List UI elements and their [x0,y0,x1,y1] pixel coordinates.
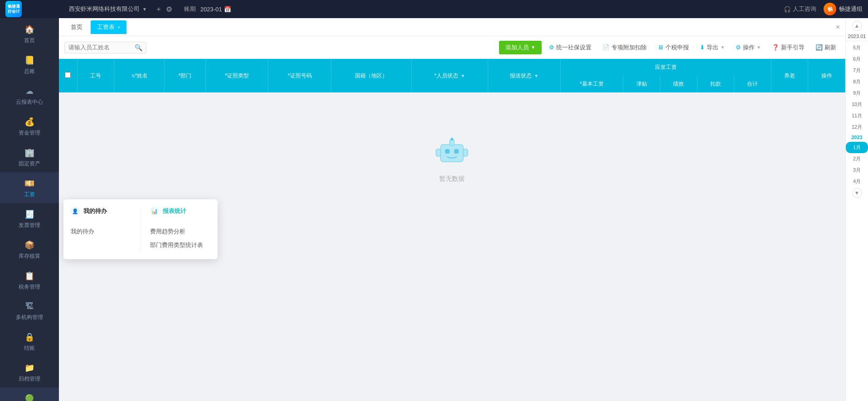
sidebar-item-label: 库存核算 [19,252,40,260]
popup-dept-cost[interactable]: 部门费用类型统计表 [150,238,211,252]
close-tab-button[interactable]: × [836,23,840,31]
special-deduction-label: 专项附加扣除 [611,43,647,52]
sidebar-item-cloud-report[interactable]: ☁ 云报表中心 [0,80,59,111]
sidebar-item-label: 归档管理 [19,375,40,383]
sidebar-item-label: 资金管理 [19,129,40,137]
sidebar-item-ledger[interactable]: 📒 总账 [0,49,59,80]
refresh-label: 刷新 [824,43,836,52]
fixed-assets-icon: 🏢 [24,148,34,158]
social-insurance-action[interactable]: ⚙ 统一社保设置 [545,43,595,52]
export-label: 导出 [707,43,718,52]
top-right-area: 🎧 人工咨询 畅 畅捷通组 [784,3,863,15]
timeline-month-12[interactable]: 12月 [846,121,868,133]
person-status-filter-icon[interactable]: ▼ [461,73,465,78]
total-header: 合计 [734,76,771,92]
bonus-header: 绩效 [660,76,698,92]
popup-col1-title: 我的待办 [83,207,107,215]
user-info[interactable]: 畅 畅捷通组 [824,3,863,15]
search-icon[interactable]: 🔍 [135,44,142,51]
support-label: 人工咨询 [793,5,816,13]
xiao-chang-icon: 🟢 [25,394,34,401]
timeline-down-button[interactable]: ▼ [852,188,862,198]
logo-area: 畅捷通好会计 [5,1,60,17]
popup-columns: 👤 我的待办 我的待办 📊 报表统计 费用趋势分析 部门费用类型统计表 [71,207,210,252]
add-person-chevron-icon: ▼ [531,45,535,50]
search-input[interactable] [68,44,132,51]
timeline-month-6[interactable]: 6月 [846,53,868,65]
sidebar-item-closing[interactable]: 🔒 结账 [0,326,59,357]
timeline-month-7[interactable]: 7月 [846,65,868,76]
search-wrap: 🔍 [64,42,146,53]
tab-salary[interactable]: 工资表 × [91,20,126,34]
timeline-month-10[interactable]: 10月 [846,99,868,110]
timeline-month-1[interactable]: 1月 [846,142,868,153]
period-value[interactable]: 2023-01 📅 [200,6,231,13]
popup-col2-header: 📊 报表统计 [150,207,211,219]
social-insurance-label: 统一社保设置 [556,43,592,52]
operation-chevron-icon: ▼ [756,45,761,50]
popup-my-todo[interactable]: 我的待办 [71,225,131,238]
top-bar-quick-actions: ＋ ⚙ [155,5,172,14]
new-guide-toolbar-action[interactable]: ❓ 新手引导 [768,43,808,52]
tab-home[interactable]: 首页 [64,20,89,34]
timeline-month-4[interactable]: 4月 [846,176,868,187]
add-person-label: 添加人员 [505,43,529,52]
timeline-up-button[interactable]: ▲ [852,21,862,31]
home-icon: 🏠 [24,24,34,34]
tax-report-label: 个税申报 [665,43,689,52]
company-name: 西安虾米网络科技有限公司 [69,5,140,13]
sidebar-item-fixed-assets[interactable]: 🏢 固定资产 [0,141,59,172]
sidebar-item-tax[interactable]: 📋 税务管理 [0,265,59,295]
sidebar-item-finance[interactable]: 💰 资金管理 [0,111,59,141]
timeline-month-8[interactable]: 8月 [846,76,868,87]
sidebar: 🏠 首页 📒 总账 ☁ 云报表中心 💰 资金管理 🏢 固定资产 💴 工资 🧾 发… [0,18,59,401]
operation-action[interactable]: ⚙ 操作 ▼ [732,43,765,52]
checkbox-header [59,59,77,92]
period-label: 账期 [184,5,196,13]
sidebar-item-salary[interactable]: 💴 工资 [0,172,59,203]
add-person-button[interactable]: 添加人员 ▼ [499,41,542,54]
special-deduction-action[interactable]: 📄 专项附加扣除 [599,43,650,52]
pension-header: 养老 [771,59,808,92]
id-type-header: *证照类型 [205,59,268,92]
timeline-month-11[interactable]: 11月 [846,110,868,121]
export-icon: ⬇ [700,44,705,51]
new-guide-toolbar-label: 新手引导 [781,43,805,52]
support-button[interactable]: 🎧 人工咨询 [784,5,816,13]
empty-text: 暂无数据 [439,175,465,183]
sidebar-item-archive[interactable]: 📁 归档管理 [0,357,59,387]
svg-point-4 [451,138,453,140]
sidebar-item-label: 结账 [24,344,35,352]
sidebar-item-home[interactable]: 🏠 首页 [0,18,59,49]
nationality-header: 国籍（地区） [331,59,412,92]
report-status-filter-icon[interactable]: ▼ [534,73,538,78]
closing-icon: 🔒 [24,332,34,342]
sidebar-item-inventory[interactable]: 📦 库存核算 [0,234,59,265]
operation-header: 操作 [808,59,845,92]
multi-org-icon: 🏗 [25,302,34,311]
refresh-action[interactable]: 🔄 刷新 [812,43,840,52]
sidebar-item-xiao-chang[interactable]: 🟢 小畅报销 [0,387,59,401]
tab-salary-label: 工资表 [97,23,115,31]
export-chevron-icon: ▼ [720,45,725,50]
popup-cost-trend[interactable]: 费用趋势分析 [150,225,211,238]
timeline-month-9[interactable]: 9月 [846,87,868,99]
select-all-checkbox[interactable] [65,72,71,78]
export-action[interactable]: ⬇ 导出 ▼ [696,43,728,52]
company-selector[interactable]: 西安虾米网络科技有限公司 ▼ [69,5,147,13]
sidebar-item-invoice[interactable]: 🧾 发票管理 [0,203,59,234]
svg-rect-0 [441,145,463,162]
deduction-header: 扣款 [697,76,734,92]
tab-close-button[interactable]: × [117,24,120,30]
user-name: 畅捷通组 [839,5,863,13]
sidebar-item-multi-org[interactable]: 🏗 多机构管理 [0,295,59,326]
tax-report-action[interactable]: 🖥 个税申报 [654,43,693,52]
add-button[interactable]: ＋ [155,5,162,14]
popup-col1-header: 👤 我的待办 [71,207,131,219]
timeline-month-3[interactable]: 3月 [846,164,868,176]
settings-button[interactable]: ⚙ [166,5,172,14]
sidebar-item-label: 云报表中心 [16,98,43,106]
person-status-header: *人员状态 ▼ [412,59,488,92]
timeline-month-5[interactable]: 5月 [846,42,868,53]
timeline-month-2[interactable]: 2月 [846,153,868,164]
